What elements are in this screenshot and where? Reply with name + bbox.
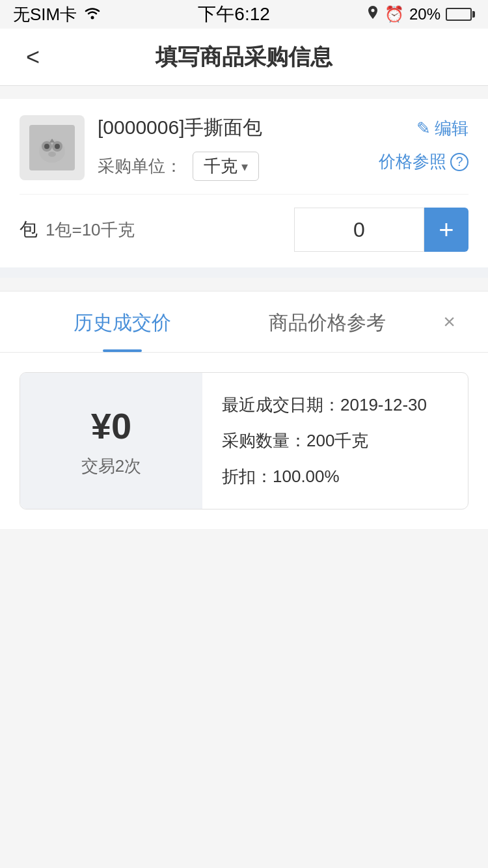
discount-label: 折扣：	[222, 467, 273, 486]
edit-label: 编辑	[435, 117, 468, 140]
time-label: 下午6:12	[198, 2, 270, 27]
tabs-header: 历史成交价 商品价格参考 ×	[0, 292, 488, 353]
svg-point-1	[371, 9, 374, 12]
price-card-right: 最近成交日期：2019-12-30 采购数量：200千克 折扣：100.00%	[202, 373, 468, 509]
nav-bar: < 填写商品采购信息	[0, 29, 488, 86]
chevron-down-icon: ▾	[241, 159, 248, 174]
carrier-label: 无SIM卡	[13, 3, 77, 26]
product-left: [0000006]手撕面包 采购单位： 千克 ▾	[20, 115, 262, 181]
price-card: ¥0 交易2次 最近成交日期：2019-12-30 采购数量：200千克 折扣：…	[20, 372, 468, 509]
product-thumbnail	[29, 125, 75, 170]
quantity-input[interactable]: 0	[294, 208, 424, 252]
tabs-container: 历史成交价 商品价格参考 × ¥0 交易2次 最近成交日期：2019-12-30…	[0, 291, 488, 529]
purchase-qty-label: 采购数量：	[222, 431, 306, 450]
price-reference-button[interactable]: 价格参照 ?	[379, 150, 468, 173]
recent-date-item: 最近成交日期：2019-12-30	[222, 392, 448, 418]
product-image	[20, 115, 85, 180]
tab-close-button[interactable]: ×	[430, 297, 468, 347]
battery-icon	[446, 8, 475, 21]
product-info: [0000006]手撕面包 采购单位： 千克 ▾	[98, 115, 262, 181]
alarm-icon: ⏰	[385, 5, 404, 23]
history-content: ¥0 交易2次 最近成交日期：2019-12-30 采购数量：200千克 折扣：…	[0, 353, 488, 529]
package-label: 包	[20, 217, 38, 242]
discount-value: 100.00%	[273, 467, 340, 486]
purchase-qty-value: 200千克	[306, 431, 368, 450]
tab-price-reference[interactable]: 商品价格参考	[225, 292, 431, 352]
product-name: [0000006]手撕面包	[98, 115, 262, 141]
purchase-qty-item: 采购数量：200千克	[222, 428, 448, 454]
edit-icon: ✎	[416, 118, 431, 139]
location-icon	[366, 5, 379, 24]
status-bar-right: ⏰ 20%	[366, 5, 475, 24]
info-circle-icon: ?	[450, 153, 468, 171]
unit-value: 千克	[204, 155, 237, 178]
edit-button[interactable]: ✎ 编辑	[416, 117, 468, 140]
quantity-control: 0 +	[294, 208, 468, 252]
wifi-icon	[83, 5, 102, 25]
page-title: 填写商品采购信息	[156, 42, 332, 72]
back-button[interactable]: <	[20, 37, 46, 77]
price-amount: ¥0	[91, 405, 131, 447]
svg-point-5	[44, 144, 49, 149]
quantity-plus-button[interactable]: +	[424, 208, 468, 252]
recent-date-label: 最近成交日期：	[222, 395, 340, 414]
price-ref-label: 价格参照	[379, 150, 446, 173]
battery-percent: 20%	[409, 5, 441, 23]
discount-item: 折扣：100.00%	[222, 464, 448, 489]
svg-point-6	[55, 144, 60, 149]
svg-point-7	[48, 152, 56, 157]
package-conversion: 1包=10千克	[46, 219, 135, 241]
unit-info: 包 1包=10千克	[20, 217, 135, 242]
currency-symbol: ¥	[91, 405, 111, 446]
price-card-left: ¥0 交易2次	[20, 373, 202, 509]
product-bottom-row: 包 1包=10千克 0 +	[20, 194, 468, 252]
price-trades: 交易2次	[81, 455, 141, 478]
unit-text-label: 采购单位：	[98, 155, 182, 178]
product-header: [0000006]手撕面包 采购单位： 千克 ▾ ✎ 编辑 价格参照 ?	[20, 115, 468, 181]
product-right: ✎ 编辑 价格参照 ?	[379, 115, 468, 173]
separator	[0, 267, 488, 278]
product-unit-row: 采购单位： 千克 ▾	[98, 152, 262, 181]
status-bar: 无SIM卡 下午6:12 ⏰ 20%	[0, 0, 488, 29]
amount-value: 0	[111, 405, 131, 446]
product-card: [0000006]手撕面包 采购单位： 千克 ▾ ✎ 编辑 价格参照 ?	[0, 99, 488, 267]
status-bar-left: 无SIM卡	[13, 3, 102, 26]
tab-history-price[interactable]: 历史成交价	[20, 292, 225, 352]
svg-point-2	[39, 139, 65, 163]
svg-point-0	[91, 16, 94, 19]
recent-date-value: 2019-12-30	[340, 395, 427, 414]
unit-select-button[interactable]: 千克 ▾	[193, 152, 259, 181]
